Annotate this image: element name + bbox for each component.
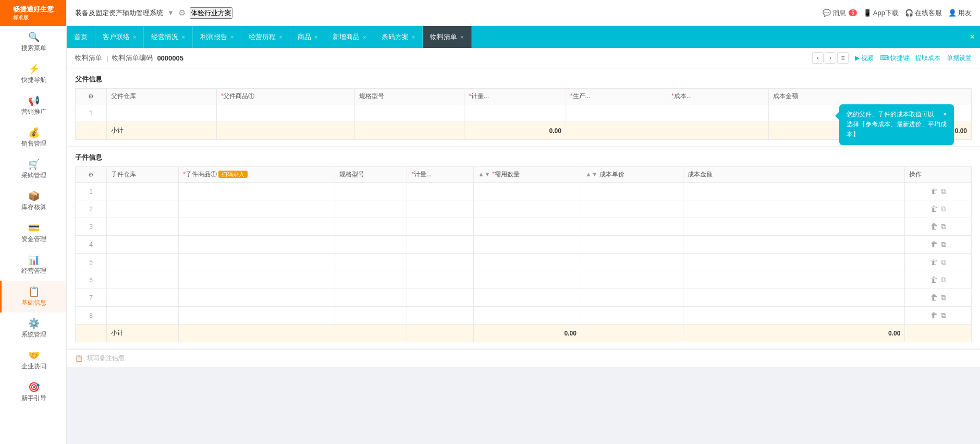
child-row-2-unit[interactable] [407, 200, 474, 218]
sidebar-item-basic-info[interactable]: 📋 基础信息 [0, 281, 66, 313]
sidebar-item-system[interactable]: ⚙️ 系统管理 [0, 313, 66, 344]
child-th-settings[interactable]: ⚙ [76, 167, 107, 183]
online-service-btn[interactable]: 🎧 在线客服 [905, 8, 942, 18]
tab-home[interactable]: 首页 [67, 26, 95, 48]
tab-profit[interactable]: 利润报告 × [193, 26, 241, 48]
child-row-7-spec[interactable] [335, 289, 407, 307]
child-row-5-unit[interactable] [407, 254, 474, 271]
trial-button[interactable]: 体验行业方案 [190, 7, 232, 19]
child-row-2-qty[interactable] [474, 200, 581, 218]
child-row-6-unit[interactable] [407, 271, 474, 289]
parent-row-1-spec[interactable] [354, 104, 464, 122]
message-icon-btn[interactable]: 💬 消息 6 [823, 8, 857, 18]
tab-new-product[interactable]: 新增商品 × [325, 26, 374, 48]
delete-icon-5[interactable]: 🗑 [930, 258, 938, 267]
child-row-6-warehouse[interactable] [107, 271, 179, 289]
child-row-2-unit-cost[interactable] [581, 200, 683, 218]
tab-product[interactable]: 商品 × [290, 26, 325, 48]
child-row-1-unit-cost[interactable] [581, 183, 683, 200]
parent-row-1-unit[interactable] [464, 104, 566, 122]
child-row-2-warehouse[interactable] [107, 200, 179, 218]
tooltip-close-btn[interactable]: × [943, 110, 947, 119]
view-video-btn[interactable]: ▶ 视频 [855, 54, 874, 63]
child-row-1-unit[interactable] [407, 183, 474, 200]
tab-history-close[interactable]: × [279, 34, 282, 40]
sidebar-item-sales[interactable]: 💰 销售管理 [0, 122, 66, 153]
child-row-8-unit[interactable] [407, 307, 474, 325]
sidebar-item-collab[interactable]: 🤝 企业协同 [0, 344, 66, 376]
child-row-6-unit-cost[interactable] [581, 271, 683, 289]
tab-operations[interactable]: 经营情况 × [144, 26, 192, 48]
parent-row-1-warehouse[interactable] [107, 104, 217, 122]
child-row-8-unit-cost[interactable] [581, 307, 683, 325]
copy-icon-2[interactable]: ⧉ [941, 205, 946, 213]
settings-icon[interactable]: ⚙ [178, 8, 186, 18]
child-row-4-qty[interactable] [474, 236, 581, 254]
child-row-3-unit-cost[interactable] [581, 218, 683, 236]
child-row-5-warehouse[interactable] [107, 254, 179, 271]
next-arrow[interactable]: › [825, 52, 836, 64]
copy-icon-7[interactable]: ⧉ [941, 293, 946, 302]
child-row-3-qty[interactable] [474, 218, 581, 236]
tab-customer[interactable]: 客户联络 × [95, 26, 144, 48]
tab-barcode[interactable]: 条码方案 × [374, 26, 423, 48]
copy-icon-1[interactable]: ⧉ [941, 187, 946, 196]
child-row-6-qty[interactable] [474, 271, 581, 289]
child-row-3-spec[interactable] [335, 218, 407, 236]
child-row-2-spec[interactable] [335, 200, 407, 218]
child-row-1-qty[interactable] [474, 183, 581, 200]
copy-icon-5[interactable]: ⧉ [941, 258, 946, 267]
tab-customer-close[interactable]: × [133, 34, 136, 40]
child-row-7-unit-cost[interactable] [581, 289, 683, 307]
child-row-6-spec[interactable] [335, 271, 407, 289]
sidebar-item-guide[interactable]: 🎯 新手引导 [0, 376, 66, 408]
copy-icon-6[interactable]: ⧉ [941, 275, 946, 284]
tab-product-close[interactable]: × [314, 34, 317, 40]
child-row-6-product[interactable] [179, 271, 335, 289]
child-row-7-warehouse[interactable] [107, 289, 179, 307]
delete-icon-2[interactable]: 🗑 [930, 205, 938, 213]
parent-row-1-production[interactable] [566, 104, 667, 122]
child-row-8-spec[interactable] [335, 307, 407, 325]
prev-arrow[interactable]: ‹ [812, 52, 824, 64]
child-row-3-product[interactable] [179, 218, 335, 236]
child-row-8-qty[interactable] [474, 307, 581, 325]
child-row-1-warehouse[interactable] [107, 183, 179, 200]
child-row-4-product[interactable] [179, 236, 335, 254]
parent-row-1-product[interactable] [216, 104, 354, 122]
child-row-5-spec[interactable] [335, 254, 407, 271]
delete-icon-1[interactable]: 🗑 [930, 187, 938, 196]
delete-icon-4[interactable]: 🗑 [930, 240, 938, 249]
delete-icon-6[interactable]: 🗑 [930, 275, 938, 284]
sidebar-item-finance[interactable]: 💳 资金管理 [0, 217, 66, 249]
sidebar-item-quicknav[interactable]: ⚡ 快捷导航 [0, 58, 66, 90]
tab-bom[interactable]: 物料清单 × [423, 26, 471, 48]
child-row-8-product[interactable] [179, 307, 335, 325]
app-download-btn[interactable]: 📱 App下载 [863, 8, 899, 18]
copy-icon-8[interactable]: ⧉ [941, 311, 946, 320]
tab-operations-close[interactable]: × [181, 34, 185, 40]
close-all-tabs[interactable]: × [965, 32, 980, 42]
child-row-5-qty[interactable] [474, 254, 581, 271]
bottom-text[interactable]: 填写备注信息 [87, 354, 125, 363]
scan-badge[interactable]: 扫码录入 [218, 171, 248, 178]
sidebar-item-marketing[interactable]: 📢 营销推广 [0, 90, 66, 122]
delete-icon-8[interactable]: 🗑 [930, 311, 938, 320]
tab-history[interactable]: 经营历程 × [241, 26, 290, 48]
sidebar-item-search[interactable]: 🔍 搜索菜单 [0, 26, 66, 58]
user-avatar[interactable]: 👤 用友 [948, 8, 972, 18]
tab-barcode-close[interactable]: × [412, 34, 415, 40]
child-row-3-unit[interactable] [407, 218, 474, 236]
shortcut-btn[interactable]: ⌨ 快捷键 [880, 54, 909, 63]
dropdown-arrow-icon[interactable]: ▼ [167, 9, 174, 17]
child-row-7-unit[interactable] [407, 289, 474, 307]
child-row-4-unit-cost[interactable] [581, 236, 683, 254]
child-row-7-qty[interactable] [474, 289, 581, 307]
parent-th-settings[interactable]: ⚙ [76, 89, 107, 104]
copy-icon-4[interactable]: ⧉ [941, 240, 946, 249]
child-row-7-product[interactable] [179, 289, 335, 307]
extract-cost-btn[interactable]: 提取成本 [915, 54, 940, 63]
parent-row-1-cost[interactable] [667, 104, 769, 122]
child-row-1-spec[interactable] [335, 183, 407, 200]
child-row-5-product[interactable] [179, 254, 335, 271]
